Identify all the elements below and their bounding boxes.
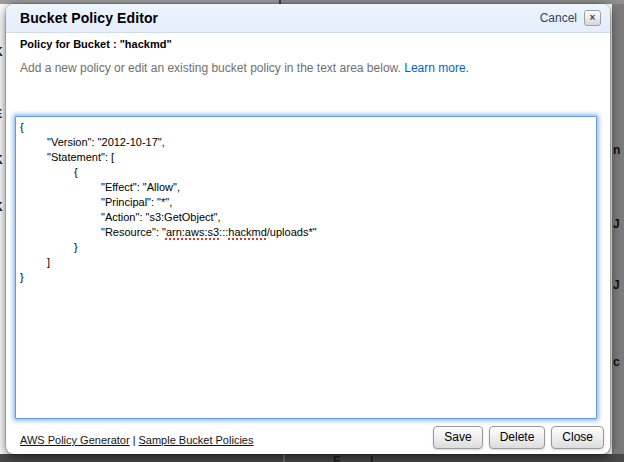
titlebar-actions: Cancel × xyxy=(540,10,601,26)
misspelled-token: hackmd xyxy=(228,226,267,238)
background-text-fragment: E xyxy=(0,108,2,120)
description-text: Add a new policy or edit an existing buc… xyxy=(20,61,401,75)
background-page-right xyxy=(612,0,624,462)
policy-line: "Statement": [ xyxy=(20,150,592,165)
policy-line: } xyxy=(20,270,592,285)
misspelled-token: arn:aws:s3 xyxy=(166,226,219,238)
background-text-fragment: F xyxy=(333,455,340,462)
footer-buttons: Save Delete Close xyxy=(433,426,604,449)
close-button[interactable]: Close xyxy=(551,426,604,449)
policy-line: "Effect": "Allow", xyxy=(20,180,592,195)
learn-more-link[interactable]: Learn more. xyxy=(404,61,469,75)
sample-bucket-policies-link[interactable]: Sample Bucket Policies xyxy=(139,434,254,446)
delete-button[interactable]: Delete xyxy=(489,426,546,449)
policy-line: "Version": "2012-10-17", xyxy=(20,135,592,150)
policy-line: ] xyxy=(20,255,592,270)
aws-policy-generator-link[interactable]: AWS Policy Generator xyxy=(20,434,130,446)
cancel-link[interactable]: Cancel xyxy=(540,11,577,25)
background-text-fragment: K xyxy=(0,154,3,166)
bucket-policy-editor-dialog: Bucket Policy Editor Cancel × Policy for… xyxy=(6,4,610,454)
policy-line: } xyxy=(20,240,592,255)
policy-textarea[interactable]: {"Version": "2012-10-17","Statement": [{… xyxy=(15,116,597,419)
policy-for-bucket-label: Policy for Bucket : "hackmd" xyxy=(20,38,172,50)
background-text-fragment: l xyxy=(370,455,373,462)
policy-line: { xyxy=(20,165,592,180)
dialog-title: Bucket Policy Editor xyxy=(20,10,158,26)
policy-line: "Principal": "*", xyxy=(20,195,592,210)
close-x-glyph: × xyxy=(590,13,596,23)
background-text-fragment: K xyxy=(0,201,3,213)
policy-line: { xyxy=(20,120,592,135)
dialog-titlebar: Bucket Policy Editor Cancel × xyxy=(6,4,610,33)
save-button[interactable]: Save xyxy=(433,426,482,449)
footer-links: AWS Policy Generator|Sample Bucket Polic… xyxy=(20,434,253,446)
policy-line: "Resource": "arn:aws:s3:::hackmd/uploads… xyxy=(20,225,592,240)
screen: Fl KEKKnJJc Bucket Policy Editor Cancel … xyxy=(0,0,624,462)
background-divider-bottom xyxy=(283,454,285,462)
policy-line: "Action": "s3:GetObject", xyxy=(20,210,592,225)
link-separator: | xyxy=(133,434,136,446)
background-page-bottom: Fl xyxy=(0,454,624,462)
close-icon[interactable]: × xyxy=(584,10,601,26)
background-text-fragment: K xyxy=(0,46,3,58)
dialog-description: Add a new policy or edit an existing buc… xyxy=(20,61,469,75)
